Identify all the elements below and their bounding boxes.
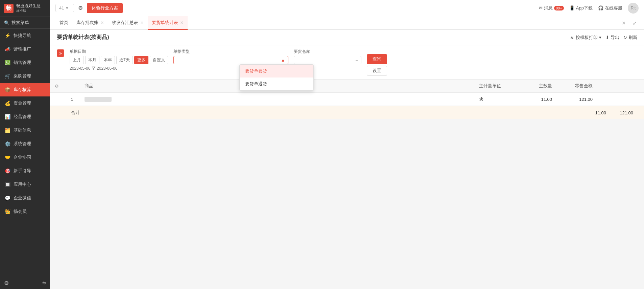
sidebar-bottom: ⚙ ⇆ — [0, 277, 50, 289]
tab-send-receive[interactable]: 收发存汇总表 ✕ — [108, 16, 148, 30]
table-footer: 合计 11.00 121.00 — [50, 106, 644, 119]
extra-cell — [597, 93, 644, 106]
refresh-action[interactable]: ↻ 刷新 — [623, 35, 637, 41]
period-7days[interactable]: 近7天 — [116, 56, 133, 64]
topbar-left: 41 ▾ ⚙ 体验行业方案 — [55, 3, 123, 13]
export-action[interactable]: ⬇ 导出 — [605, 35, 619, 41]
filter-settings-btn[interactable]: 设置 — [367, 66, 387, 76]
dropdown-item-label: 要货单要货 — [245, 68, 267, 73]
footer-qty: 11.00 — [572, 110, 606, 115]
period-hot-badge[interactable]: 更多 — [134, 56, 148, 64]
main-area: 41 ▾ ⚙ 体验行业方案 ✉ 消息 99+ 📱 App下载 🎧 在线客服 Ri… — [50, 0, 644, 289]
sidebar-settings-icon[interactable]: ⚙ — [4, 280, 9, 286]
user-avatar[interactable]: Rit — [628, 3, 639, 14]
download-action[interactable]: 📱 App下载 — [569, 5, 593, 11]
sidebar-item-weixin[interactable]: 💬 企业微信 — [0, 191, 50, 205]
sidebar-item-label: 应用中心 — [14, 181, 31, 187]
message-icon: ✉ — [539, 5, 543, 10]
topbar: 41 ▾ ⚙ 体验行业方案 ✉ 消息 99+ 📱 App下载 🎧 在线客服 Ri… — [50, 0, 644, 16]
page-content: 要货单统计表(按商品) 🖨 按模板打印 ▾ ⬇ 导出 ↻ 刷新 » — [50, 30, 644, 289]
sidebar-item-basics[interactable]: 🗂️ 基础信息 — [0, 124, 50, 137]
sidebar-item-operations[interactable]: 📊 经营管理 — [0, 110, 50, 124]
inventory-icon: 📦 — [4, 86, 11, 93]
sidebar-item-label: 企业微信 — [14, 195, 31, 201]
period-this-year[interactable]: 本年 — [101, 56, 115, 64]
date-filter-group: 单据日期 上月 本月 本年 近7天 更多 自定义 2023-05-06 至 20… — [70, 49, 168, 71]
finance-icon: 💰 — [4, 100, 11, 107]
row-settings-cell — [50, 93, 64, 106]
export-icon: ⬇ — [605, 35, 609, 40]
tab-close-order-stats[interactable]: ✕ — [180, 20, 184, 25]
sidebar-search[interactable]: 🔍 搜索菜单 — [0, 17, 50, 29]
tab-home[interactable]: 首页 — [55, 16, 72, 30]
sidebar-item-label: 资金管理 — [14, 100, 31, 106]
dropdown-item-order-return[interactable]: 要货单退货 — [240, 77, 313, 90]
print-action[interactable]: 🖨 按模板打印 ▾ — [570, 35, 601, 41]
goods-cell: ████ ███ — [80, 93, 475, 106]
column-settings-icon[interactable]: ⚙ — [55, 84, 59, 89]
sidebar-item-finance[interactable]: 💰 资金管理 — [0, 96, 50, 110]
period-buttons: 上月 本月 本年 近7天 更多 自定义 — [70, 56, 168, 64]
print-dropdown-icon: ▾ — [599, 35, 601, 40]
tab-expand-icon[interactable]: ⤢ — [630, 20, 639, 26]
org-selector-value: 41 — [59, 5, 64, 10]
type-filter-input[interactable] — [176, 58, 281, 63]
sidebar-logo: 畅 畅捷通好生意 标准版 — [0, 0, 50, 17]
sales-icon: 💹 — [4, 59, 11, 66]
dropdown-item-order-goods[interactable]: 要货单要货 — [240, 65, 313, 77]
sidebar-item-member[interactable]: 👑 畅会员 — [0, 205, 50, 218]
sidebar-item-appstore[interactable]: 🔲 应用中心 — [0, 178, 50, 191]
period-last-month[interactable]: 上月 — [70, 56, 84, 64]
warehouse-filter-input-wrapper: ··· — [294, 56, 361, 64]
sidebar-item-sales[interactable]: 💹 销售管理 — [0, 56, 50, 69]
tab-close-batch-account[interactable]: ✕ — [100, 20, 104, 25]
type-dropdown-arrow[interactable]: ▲ — [281, 58, 285, 63]
period-this-month[interactable]: 本月 — [85, 56, 99, 64]
app-subtitle: 标准版 — [16, 8, 41, 13]
page-header-actions: 🖨 按模板打印 ▾ ⬇ 导出 ↻ 刷新 — [570, 35, 637, 41]
filter-expand-btn[interactable]: » — [57, 49, 64, 57]
sidebar-item-guide[interactable]: 🎯 新手引导 — [0, 164, 50, 178]
filter-actions: 查询 设置 — [367, 54, 387, 76]
sidebar-nav: ⚡ 快捷导航 📣 营销推广 💹 销售管理 🛒 采购管理 📦 库存核算 💰 资金管… — [0, 29, 50, 277]
sidebar-item-marketing[interactable]: 📣 营销推广 — [0, 42, 50, 56]
sidebar-collapse-icon[interactable]: ⇆ — [42, 281, 46, 286]
type-filter-group: 单据类型 ▲ — [173, 49, 288, 64]
warehouse-more-icon[interactable]: ··· — [355, 58, 358, 63]
sidebar-item-collab[interactable]: 🤝 企业协同 — [0, 151, 50, 164]
shortcuts-icon: ⚡ — [4, 32, 11, 39]
filter-bar: » 单据日期 上月 本月 本年 近7天 更多 自定义 2023-05-06 至 … — [50, 45, 644, 80]
org-selector[interactable]: 41 ▾ — [55, 4, 74, 12]
message-badge: 99+ — [554, 6, 564, 10]
period-custom[interactable]: 自定义 — [150, 56, 168, 64]
tab-close-send-receive[interactable]: ✕ — [140, 20, 144, 25]
tab-close-all-icon[interactable]: ✕ — [620, 20, 628, 26]
sidebar-item-purchase[interactable]: 🛒 采购管理 — [0, 69, 50, 83]
sidebar-item-label: 采购管理 — [14, 73, 31, 79]
guide-icon: 🎯 — [4, 168, 11, 174]
refresh-icon: ↻ — [623, 35, 627, 40]
col-extra — [597, 80, 644, 93]
support-action[interactable]: 🎧 在线客服 — [598, 5, 622, 11]
trial-btn[interactable]: 体验行业方案 — [87, 3, 123, 13]
data-table-area: ⚙ 商品 主计量单位 主数量 零售金额 1 — [50, 80, 644, 106]
refresh-label: 刷新 — [628, 35, 637, 41]
search-label: 搜索菜单 — [11, 20, 29, 26]
download-icon: 📱 — [569, 5, 575, 10]
operations-icon: 📊 — [4, 113, 11, 120]
tab-batch-account[interactable]: 库存批次账 ✕ — [72, 16, 108, 30]
sidebar: 畅 畅捷通好生意 标准版 🔍 搜索菜单 ⚡ 快捷导航 📣 营销推广 💹 销售管理… — [0, 0, 50, 289]
query-btn[interactable]: 查询 — [367, 54, 387, 64]
message-action[interactable]: ✉ 消息 99+ — [539, 5, 564, 11]
system-icon: ⚙️ — [4, 140, 11, 147]
col-row-num — [64, 80, 80, 93]
tabs-end-actions: ✕ ⤢ — [620, 20, 639, 26]
tab-order-stats[interactable]: 要货单统计表 ✕ — [148, 16, 188, 30]
topbar-settings-icon[interactable]: ⚙ — [78, 5, 83, 11]
warehouse-filter-input[interactable] — [297, 58, 355, 63]
sidebar-item-shortcuts[interactable]: ⚡ 快捷导航 — [0, 29, 50, 42]
sidebar-item-inventory[interactable]: 📦 库存核算 — [0, 83, 50, 96]
sidebar-item-system[interactable]: ⚙️ 系统管理 — [0, 137, 50, 151]
tab-label: 收发存汇总表 — [112, 20, 138, 26]
avatar-initials: Rit — [631, 6, 636, 10]
